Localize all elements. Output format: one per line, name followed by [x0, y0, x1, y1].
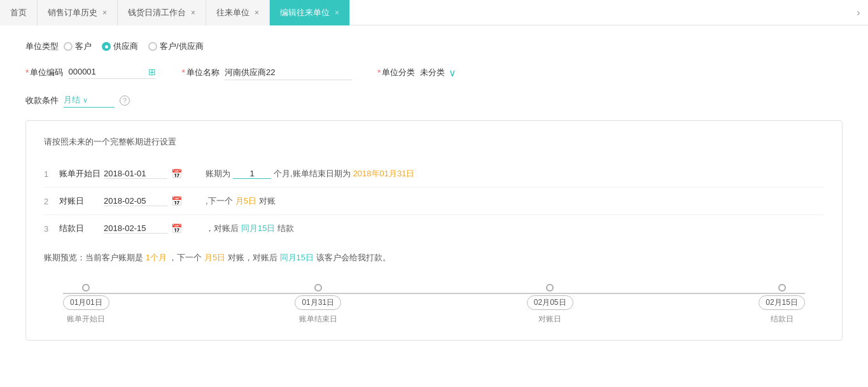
- tab-partner[interactable]: 往来单位 ×: [206, 0, 270, 25]
- unit-type-label: 单位类型: [25, 41, 59, 52]
- step-2-desc: ,下一个 月5日 对账: [206, 195, 824, 207]
- step-3-highlight: 同月15日: [241, 223, 275, 234]
- tab-cash-reconcile-label: 钱货日清工作台: [128, 7, 186, 18]
- unit-code-input[interactable]: [68, 67, 144, 76]
- tab-partner-label: 往来单位: [216, 7, 249, 18]
- step-3-date: 📅: [104, 223, 206, 234]
- timeline-points: 01月01日 账单开始日 01月31日 账单结束日 02月05日 对账日: [63, 284, 805, 325]
- tab-sales-history[interactable]: 销售订单历史 ×: [38, 0, 118, 25]
- timeline-dot-4: [778, 284, 786, 292]
- tab-sales-history-label: 销售订单历史: [48, 7, 97, 18]
- step-1-date: 📅: [104, 169, 206, 179]
- preview-part3: 同月15日: [280, 253, 314, 262]
- step-1-num: 1: [44, 169, 59, 179]
- payment-condition-dropdown[interactable]: 月结 ∨: [64, 93, 115, 108]
- payment-condition-chevron: ∨: [83, 96, 88, 104]
- step-2-desc-suffix: 对账: [259, 195, 276, 207]
- timeline-container: 01月01日 账单开始日 01月31日 账单结束日 02月05日 对账日: [44, 284, 824, 325]
- unit-name-input[interactable]: [225, 65, 352, 80]
- tab-partner-close[interactable]: ×: [255, 8, 259, 17]
- unit-code-required: *: [25, 67, 29, 78]
- unit-category-required: *: [377, 67, 381, 78]
- radio-supplier-label: 供应商: [113, 41, 138, 52]
- timeline-date-4: 02月15日: [759, 295, 805, 310]
- main-content: 单位类型 客户 供应商 客户/供应商 * 单位编码: [0, 25, 868, 387]
- radio-both-label: 客户/供应商: [160, 41, 204, 52]
- tab-edit-partner-label: 编辑往来单位: [280, 7, 330, 18]
- step-1-desc-before: 账期为: [206, 168, 230, 179]
- step-2-date: 📅: [104, 196, 206, 206]
- copy-icon[interactable]: ⊞: [148, 67, 156, 77]
- radio-customer[interactable]: 客户: [64, 41, 92, 52]
- step-2-highlight: 月5日: [235, 195, 256, 207]
- tab-sales-history-close[interactable]: ×: [102, 8, 107, 17]
- timeline-dot-3: [546, 284, 554, 292]
- unit-type-item: 单位类型 客户 供应商 客户/供应商: [25, 41, 204, 52]
- timeline-date-3: 02月05日: [527, 295, 573, 310]
- step-2-calendar-icon[interactable]: 📅: [171, 196, 182, 206]
- timeline-point-3: 02月05日 对账日: [527, 284, 573, 325]
- payment-condition-item: 收款条件 月结 ∨ ?: [25, 93, 130, 108]
- step-1-desc-after: 个月,账单结束日期为: [274, 168, 351, 179]
- timeline-label-2: 账单结束日: [299, 314, 337, 325]
- payment-condition-label: 收款条件: [25, 95, 59, 106]
- unit-code-label: 单位编码: [30, 67, 63, 78]
- timeline-point-2: 01月31日 账单结束日: [295, 284, 341, 325]
- tab-cash-reconcile[interactable]: 钱货日清工作台 ×: [118, 0, 206, 25]
- radio-customer-circle: [64, 42, 73, 51]
- timeline-date-2: 01月31日: [295, 295, 341, 310]
- unit-category-label: 单位分类: [382, 67, 415, 78]
- tabs-more-button[interactable]: ›: [849, 7, 868, 18]
- step-3-desc-suffix: 结款: [277, 223, 294, 234]
- unit-name-item: * 单位名称: [181, 65, 351, 80]
- tab-home[interactable]: 首页: [0, 0, 38, 25]
- tab-cash-reconcile-close[interactable]: ×: [191, 8, 195, 17]
- preview-part2: 月5日: [204, 253, 225, 262]
- tab-edit-partner[interactable]: 编辑往来单位 ×: [270, 0, 350, 25]
- step-3-calendar-icon[interactable]: 📅: [171, 223, 182, 234]
- timeline-point-1: 01月01日 账单开始日: [63, 284, 109, 325]
- step-3-num: 3: [44, 224, 59, 234]
- step-3-desc: ，对账后 同月15日 结款: [206, 223, 824, 234]
- step-3-date-input[interactable]: [104, 223, 167, 234]
- payment-condition-control: 月结 ∨ ?: [64, 93, 130, 108]
- unit-category-chevron: ∨: [449, 67, 456, 79]
- step-2-date-input[interactable]: [104, 196, 167, 206]
- step-2-desc-prefix: ,下一个: [206, 195, 233, 207]
- timeline-label-1: 账单开始日: [67, 314, 105, 325]
- step-1-date-input[interactable]: [104, 169, 167, 179]
- step-row-2: 2 对账日 📅 ,下一个 月5日 对账: [44, 188, 824, 215]
- step-3-name: 结款日: [59, 223, 104, 234]
- timeline-dot-2: [314, 284, 322, 292]
- radio-supplier[interactable]: 供应商: [102, 41, 138, 52]
- step-2-num: 2: [44, 197, 59, 206]
- timeline-label-4: 结款日: [771, 314, 794, 325]
- step-row-3: 3 结款日 📅 ，对账后 同月15日 结款: [44, 215, 824, 242]
- step-1-period-input[interactable]: [233, 169, 271, 179]
- settings-box-title: 请按照未来的一个完整帐期进行设置: [44, 136, 824, 148]
- preview-prefix: 账期预览：当前客户账期是: [44, 253, 143, 262]
- tab-edit-partner-close[interactable]: ×: [335, 8, 339, 17]
- unit-category-dropdown[interactable]: 未分类 ∨: [420, 67, 456, 79]
- unit-type-row: 单位类型 客户 供应商 客户/供应商: [25, 41, 843, 52]
- payment-help-icon[interactable]: ?: [120, 95, 130, 106]
- step-2-name: 对账日: [59, 195, 104, 207]
- unit-code-item: * 单位编码 ⊞: [25, 67, 156, 79]
- preview-suffix: 该客户会给我打款。: [316, 253, 391, 262]
- settings-box: 请按照未来的一个完整帐期进行设置 1 账单开始日 📅 账期为 个月,账单结束日期…: [25, 120, 843, 341]
- code-name-category-row: * 单位编码 ⊞ * 单位名称 * 单位分类 未分类 ∨: [25, 65, 843, 80]
- unit-category-item: * 单位分类 未分类 ∨: [377, 67, 456, 79]
- step-1-name: 账单开始日: [59, 168, 104, 179]
- unit-name-label: 单位名称: [186, 67, 220, 78]
- steps-table: 1 账单开始日 📅 账期为 个月,账单结束日期为 2018年01月31日 2 对…: [44, 160, 824, 242]
- radio-both[interactable]: 客户/供应商: [148, 41, 204, 52]
- unit-code-field-wrapper: ⊞: [68, 67, 156, 79]
- preview-sep1: ，下一个: [169, 253, 202, 262]
- preview-section: 账期预览：当前客户账期是 1个月 ，下一个 月5日 对账，对账后 同月15日 该…: [44, 242, 824, 284]
- payment-condition-row: 收款条件 月结 ∨ ?: [25, 93, 843, 108]
- timeline-label-3: 对账日: [538, 314, 561, 325]
- radio-both-circle: [148, 42, 157, 51]
- step-1-calendar-icon[interactable]: 📅: [171, 169, 182, 179]
- timeline-point-4: 02月15日 结款日: [759, 284, 805, 325]
- timeline-date-1: 01月01日: [63, 295, 109, 310]
